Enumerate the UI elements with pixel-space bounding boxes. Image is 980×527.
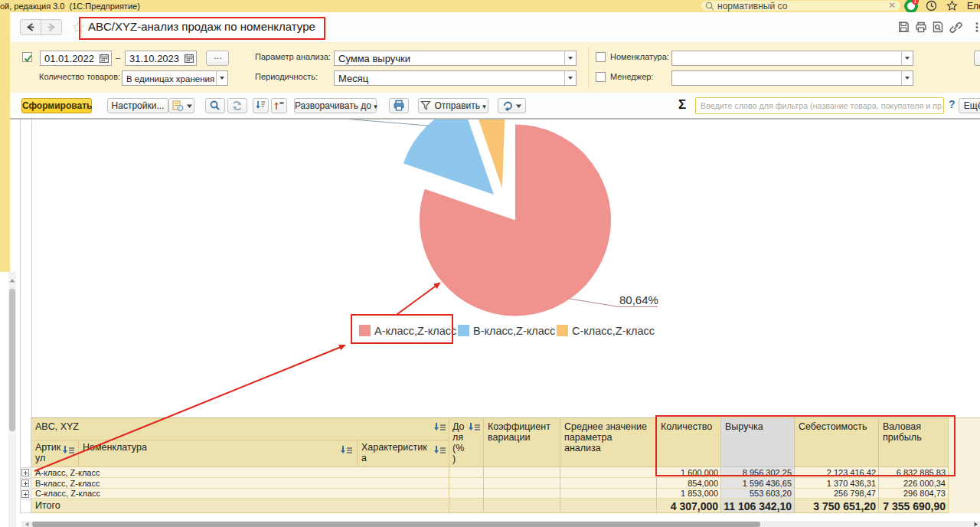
svg-text:С-класс,Z-класс: С-класс,Z-класс <box>572 325 655 337</box>
svg-text:А-класс,Z-класс: А-класс,Z-класс <box>374 325 456 337</box>
svg-text:В-класс,Z-класс: В-класс,Z-класс <box>473 325 555 337</box>
svg-text:80,64%: 80,64% <box>619 293 658 306</box>
